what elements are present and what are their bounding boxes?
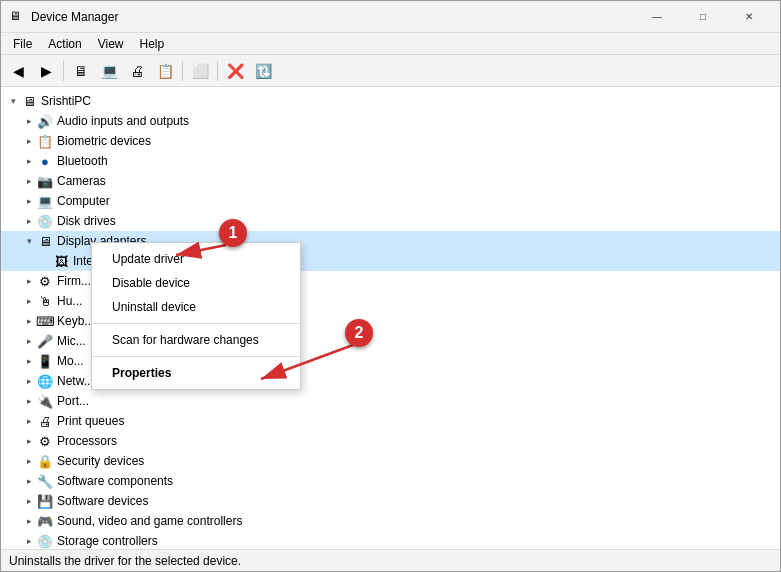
list-item[interactable]: 📷 Cameras (1, 171, 780, 191)
list-item[interactable]: ● Bluetooth (1, 151, 780, 171)
expand-arrow[interactable] (21, 133, 37, 149)
expand-arrow (37, 253, 53, 269)
close-button[interactable]: ✕ (726, 1, 772, 33)
item-icon: 🖱 (37, 293, 53, 309)
update-driver-button[interactable]: 💻 (96, 59, 122, 83)
list-item[interactable]: 💾 Software devices (1, 491, 780, 511)
title-bar: 🖥 Device Manager — □ ✕ (1, 1, 780, 33)
item-label: Software components (57, 474, 173, 488)
title-bar-text: Device Manager (31, 10, 634, 24)
expand-arrow[interactable] (21, 513, 37, 529)
item-label: Port... (57, 394, 89, 408)
ctx-properties[interactable]: Properties (92, 361, 300, 385)
item-icon: ⚙ (37, 273, 53, 289)
help-button[interactable]: ❌ (222, 59, 248, 83)
ctx-disable-device[interactable]: Disable device (92, 271, 300, 295)
list-item[interactable]: 🔧 Software components (1, 471, 780, 491)
maximize-button[interactable]: □ (680, 1, 726, 33)
expand-arrow[interactable] (21, 273, 37, 289)
item-label: Storage controllers (57, 534, 158, 548)
item-icon: 💾 (37, 493, 53, 509)
item-label: Mo... (57, 354, 84, 368)
item-icon: 📷 (37, 173, 53, 189)
menu-view[interactable]: View (90, 35, 132, 53)
ctx-uninstall-device[interactable]: Uninstall device (92, 295, 300, 319)
expand-arrow[interactable] (21, 413, 37, 429)
item-label: Keyb... (57, 314, 94, 328)
menu-help[interactable]: Help (132, 35, 173, 53)
list-item[interactable]: ⚙ Processors (1, 431, 780, 451)
item-icon: 🎤 (37, 333, 53, 349)
expand-arrow[interactable] (21, 173, 37, 189)
item-label: Firm... (57, 274, 91, 288)
context-menu: Update driver Disable device Uninstall d… (91, 242, 301, 390)
app-icon: 🖥 (9, 9, 25, 25)
expand-arrow[interactable] (21, 153, 37, 169)
expand-arrow[interactable] (21, 393, 37, 409)
title-bar-controls: — □ ✕ (634, 1, 772, 33)
minimize-button[interactable]: — (634, 1, 680, 33)
list-item[interactable]: 💻 Computer (1, 191, 780, 211)
item-icon: 📱 (37, 353, 53, 369)
item-label: Mic... (57, 334, 86, 348)
root-icon: 🖥 (21, 93, 37, 109)
expand-arrow[interactable] (21, 353, 37, 369)
list-item[interactable]: 📋 Biometric devices (1, 131, 780, 151)
annotation-1: 1 (219, 219, 247, 247)
tree-root[interactable]: 🖥 SrishtiPC (1, 91, 780, 111)
ctx-separator-2 (92, 356, 300, 357)
item-icon: 💿 (37, 213, 53, 229)
menu-action[interactable]: Action (40, 35, 89, 53)
expand-arrow[interactable] (21, 333, 37, 349)
expand-arrow[interactable] (21, 473, 37, 489)
item-icon: 🔧 (37, 473, 53, 489)
expand-arrow[interactable] (21, 373, 37, 389)
item-label: Hu... (57, 294, 82, 308)
properties-button[interactable]: 🖥 (68, 59, 94, 83)
toolbar-separator-1 (63, 61, 64, 81)
item-label: Security devices (57, 454, 144, 468)
menu-file[interactable]: File (5, 35, 40, 53)
list-item[interactable]: 🖨 Print queues (1, 411, 780, 431)
item-label: Software devices (57, 494, 148, 508)
list-item[interactable]: 💿 Storage controllers (1, 531, 780, 549)
item-label: Disk drives (57, 214, 116, 228)
list-item[interactable]: 🔊 Audio inputs and outputs (1, 111, 780, 131)
expand-arrow[interactable] (21, 533, 37, 549)
item-icon: 🎮 (37, 513, 53, 529)
expand-arrow[interactable] (21, 453, 37, 469)
item-label: Processors (57, 434, 117, 448)
list-item[interactable]: 🔌 Port... (1, 391, 780, 411)
ctx-separator-1 (92, 323, 300, 324)
ctx-update-driver[interactable]: Update driver (92, 247, 300, 271)
item-icon: 💿 (37, 533, 53, 549)
list-item[interactable]: 💿 Disk drives (1, 211, 780, 231)
expand-arrow[interactable] (21, 233, 37, 249)
root-label: SrishtiPC (41, 94, 91, 108)
toolbar-separator-2 (182, 61, 183, 81)
refresh-button[interactable]: 🔃 (250, 59, 276, 83)
expand-arrow[interactable] (21, 293, 37, 309)
back-button[interactable]: ◀ (5, 59, 31, 83)
expand-arrow[interactable] (21, 193, 37, 209)
expand-arrow[interactable] (21, 113, 37, 129)
item-icon: 🖨 (37, 413, 53, 429)
ctx-scan-changes[interactable]: Scan for hardware changes (92, 328, 300, 352)
device-manager-window: 🖥 Device Manager — □ ✕ File Action View … (0, 0, 781, 572)
view-button[interactable]: ⬜ (187, 59, 213, 83)
item-label: Sound, video and game controllers (57, 514, 242, 528)
item-label: Print queues (57, 414, 124, 428)
annotation-2: 2 (345, 319, 373, 347)
item-icon: ● (37, 153, 53, 169)
list-item[interactable]: 🎮 Sound, video and game controllers (1, 511, 780, 531)
item-icon: ⚙ (37, 433, 53, 449)
expand-arrow[interactable] (21, 493, 37, 509)
scan-button[interactable]: 📋 (152, 59, 178, 83)
uninstall-button[interactable]: 🖨 (124, 59, 150, 83)
root-expand-arrow[interactable] (5, 93, 21, 109)
forward-button[interactable]: ▶ (33, 59, 59, 83)
expand-arrow[interactable] (21, 213, 37, 229)
list-item[interactable]: 🔒 Security devices (1, 451, 780, 471)
expand-arrow[interactable] (21, 433, 37, 449)
item-label: Audio inputs and outputs (57, 114, 189, 128)
